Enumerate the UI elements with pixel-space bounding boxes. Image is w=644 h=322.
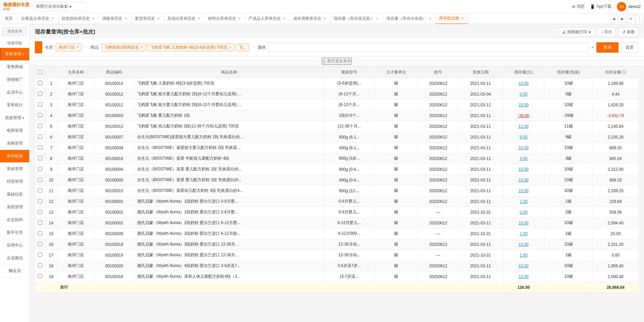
industry-selector[interactable]: 母婴行业演示账套 ▾: [33, 2, 87, 11]
tab-close-qitachu[interactable]: ✕: [197, 17, 201, 20]
messages-btn[interactable]: ✉ 消息: [572, 4, 585, 9]
tab-home[interactable]: 首页: [0, 13, 18, 24]
row-checkbox[interactable]: [38, 145, 42, 150]
row-checkbox[interactable]: [38, 188, 42, 193]
color-input[interactable]: [269, 43, 589, 52]
row-checkbox[interactable]: [38, 135, 42, 139]
tab-kucun-pici[interactable]: 库存批次账 ✕: [436, 13, 468, 24]
remove-goods-tag-1[interactable]: ✕: [229, 46, 231, 49]
refresh-btn[interactable]: ↺ 刷新: [619, 28, 639, 37]
sidebar-item-member[interactable]: 会员中心: [0, 86, 29, 99]
row-stock-main[interactable]: 1.00: [503, 196, 544, 207]
sidebar-item-retail-stats[interactable]: 零售统计: [0, 99, 29, 112]
user-area[interactable]: Ea demo2: [617, 2, 641, 11]
sidebar-item-operations[interactable]: 经营管理: [0, 175, 29, 188]
tab-xiancun1[interactable]: 现存量（库存状况表） ✕: [330, 13, 383, 24]
sidebar-item-basic-info[interactable]: 基础信息: [0, 188, 29, 201]
tab-fenpan[interactable]: 分量盘点单历史 ✕: [18, 13, 58, 24]
remove-warehouse-tag[interactable]: ✕: [76, 46, 79, 49]
row-stock-main[interactable]: 10.00: [503, 185, 544, 196]
sidebar-item-purchase[interactable]: 采购管理: [0, 137, 29, 150]
row-stock-main[interactable]: 2.00: [503, 207, 544, 218]
tab-close-all-btn[interactable]: ✕: [627, 15, 635, 23]
tab-xiancun2[interactable]: 现存量（库存分布表） ✕: [383, 13, 436, 24]
row-checkbox[interactable]: [38, 81, 42, 85]
tab-close-cailiaochu[interactable]: ✕: [237, 17, 241, 20]
tab-close-chengbentiao[interactable]: ✕: [323, 17, 327, 20]
sidebar-item-retail-mgmt[interactable]: 零售管理 ▾: [0, 48, 29, 61]
tab-close-diaob[interactable]: ✕: [124, 17, 128, 20]
row-stock-main[interactable]: 10.00: [503, 100, 544, 110]
tab-qitachu[interactable]: 其他出库单历史 ✕: [164, 13, 205, 24]
row-stock-main[interactable]: 9.00: [503, 132, 544, 143]
select-all-checkbox[interactable]: [38, 70, 42, 74]
row-stock-main[interactable]: 11.00: [503, 121, 544, 132]
row-checkbox[interactable]: [38, 124, 42, 128]
row-checkbox[interactable]: [38, 263, 42, 268]
app-download-btn[interactable]: 📱 App下载: [590, 4, 611, 9]
quick-nav-btn[interactable]: 快捷导航: [0, 39, 29, 48]
row-checkbox[interactable]: [38, 102, 42, 107]
sidebar-item-member-plus[interactable]: 畅会员: [0, 265, 29, 277]
goods-tag-more[interactable]: 飞...: [236, 44, 249, 51]
tab-yaohuo[interactable]: 要货单历史 ✕: [131, 13, 164, 24]
query-btn[interactable]: 查询: [596, 42, 619, 53]
tab-diaob[interactable]: 调拨单历史 ✕: [99, 13, 131, 24]
sidebar-item-system-mgmt[interactable]: 系统管理: [0, 201, 29, 214]
sidebar-item-finance[interactable]: 资金管理: [0, 163, 29, 175]
row-stock-main[interactable]: 0.00: [503, 89, 544, 100]
row-checkbox[interactable]: [38, 274, 42, 278]
row-checkbox[interactable]: [38, 92, 42, 96]
row-checkbox[interactable]: [38, 113, 42, 117]
tab-chanchengru[interactable]: 产成品入库单历史 ✕: [245, 13, 290, 24]
row-stock-main[interactable]: 10.00: [503, 261, 544, 271]
row-stock-main[interactable]: 10.00: [503, 143, 544, 153]
row-checkbox[interactable]: [38, 156, 42, 160]
row-checkbox[interactable]: [38, 242, 42, 246]
tab-chengbentiao[interactable]: 成本调整单历史 ✕: [290, 13, 330, 24]
row-stock-main[interactable]: -39.00: [503, 110, 544, 121]
row-stock-main[interactable]: 10.00: [503, 78, 544, 89]
row-checkbox[interactable]: [38, 220, 42, 225]
row-checkbox[interactable]: [38, 167, 42, 171]
sidebar-item-ecommerce[interactable]: 电商管理: [0, 124, 29, 137]
sidebar-item-new-guide[interactable]: 新手引导: [0, 226, 29, 239]
row-checkbox[interactable]: [38, 210, 42, 214]
goods-tag-1[interactable]: 飞鹤星飞帆 儿童奶粉 4段(3-6岁适用) 700克 ✕: [147, 44, 234, 51]
row-stock-main[interactable]: 10.00: [503, 239, 544, 250]
sidebar-item-marketing[interactable]: 营销推广: [0, 73, 29, 86]
tab-cailiaochu[interactable]: 材料出库单历史 ✕: [205, 13, 245, 24]
tab-close-xiancun2[interactable]: ✕: [428, 17, 432, 20]
tab-menu-btn[interactable]: ⋮: [636, 15, 644, 23]
sidebar-item-inventory[interactable]: 库存核算: [0, 150, 29, 163]
sidebar-item-enterprise-wechat[interactable]: 企业微信: [0, 252, 29, 265]
row-stock-main[interactable]: 10.00: [503, 218, 544, 228]
row-checkbox[interactable]: [38, 231, 42, 235]
sidebar-item-app-center[interactable]: 应用中心: [0, 239, 29, 252]
tab-zuzhuang[interactable]: 组装拆卸单历史 ✕: [58, 13, 99, 24]
sidebar-item-enterprise-collab[interactable]: 企业协同: [0, 214, 29, 226]
tab-close-kucun-pici[interactable]: ✕: [461, 16, 465, 20]
filter-collapse-btn[interactable]: ›: [35, 41, 42, 53]
sidebar-item-wholesale[interactable]: 批发管理 ▾: [0, 112, 29, 124]
row-stock-main[interactable]: 10.00: [503, 164, 544, 175]
expand-conditions-btn[interactable]: ⋁ 展开更多条件: [322, 58, 352, 65]
row-stock-main[interactable]: 1.00: [503, 250, 544, 261]
remove-goods-tag-0[interactable]: ✕: [140, 46, 143, 49]
row-checkbox[interactable]: [38, 199, 42, 203]
tab-close-xiancun1[interactable]: ✕: [375, 17, 379, 20]
goods-tag-0[interactable]: 飞鹤奶粉3段两提装 ✕: [101, 44, 146, 51]
tab-close-fenpan[interactable]: ✕: [51, 17, 55, 20]
row-checkbox[interactable]: [38, 177, 42, 182]
tab-close-zuzhuang[interactable]: ✕: [91, 17, 95, 20]
print-btn[interactable]: 🖨 按模板打印 ▾: [558, 28, 594, 37]
tab-close-yaohuo[interactable]: ✕: [156, 17, 160, 20]
setting-btn[interactable]: 设置: [621, 42, 639, 53]
row-stock-main[interactable]: 3.00: [503, 153, 544, 164]
row-stock-main[interactable]: 10.00: [503, 175, 544, 185]
row-stock-main[interactable]: 1.00: [503, 228, 544, 239]
sidebar-item-retail-mall[interactable]: 零售商城: [0, 61, 29, 73]
tab-next-btn[interactable]: ▶: [618, 15, 626, 23]
export-btn[interactable]: ↑ 导出: [597, 28, 616, 37]
row-checkbox[interactable]: [38, 253, 42, 257]
